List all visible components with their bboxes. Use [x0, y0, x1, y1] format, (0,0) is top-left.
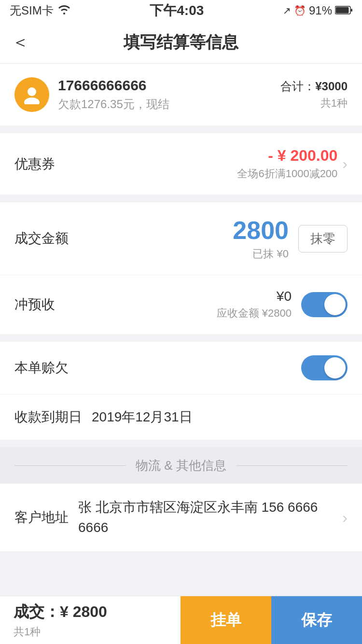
debit-row: 本单赊欠: [0, 342, 362, 394]
debit-label: 本单赊欠: [14, 359, 69, 377]
save-label: 保存: [301, 610, 332, 631]
footer: 成交：¥ 2800 共1种 挂单 保存: [0, 596, 362, 644]
address-arrow: ›: [342, 509, 348, 527]
svg-rect-1: [351, 9, 352, 12]
customer-phone: 17666666666: [58, 77, 169, 94]
status-left: 无SIM卡: [10, 3, 71, 18]
location-icon: ↗: [283, 5, 291, 16]
address-label: 客户地址: [14, 508, 69, 527]
status-bar: 无SIM卡 下午4:03 ↗ ⏰ 91%: [0, 0, 362, 21]
sim-label: 无SIM卡: [10, 3, 54, 18]
footer-info: 成交：¥ 2800 共1种: [0, 596, 181, 644]
customer-debt: 欠款1276.35元，现结: [58, 97, 169, 112]
prepay-amount: ¥0: [217, 289, 292, 304]
alarm-icon: ⏰: [294, 5, 306, 16]
save-button[interactable]: 保存: [271, 596, 362, 644]
coupon-arrow: ›: [342, 155, 348, 173]
prepay-row: 冲预收 ¥0 应收金额 ¥2800: [0, 275, 362, 334]
coupon-row[interactable]: 优惠券 - ¥ 200.00 全场6折满1000减200 ›: [0, 133, 362, 195]
address-row[interactable]: 客户地址 张 北京市市辖区海淀区永丰南 156 6666 6666 ›: [0, 484, 362, 551]
debit-toggle[interactable]: [301, 355, 348, 380]
status-right: ↗ ⏰ 91%: [283, 4, 352, 17]
coupon-desc: 全场6折满1000减200: [237, 167, 337, 181]
customer-left: 17666666666 欠款1276.35元，现结: [14, 77, 169, 112]
duedate-value: 2019年12月31日: [92, 408, 193, 426]
duedate-label: 收款到期日: [14, 408, 82, 426]
nav-title: 填写结算等信息: [124, 31, 238, 54]
amount-right: 2800 已抹 ¥0 抹零: [233, 216, 348, 261]
duedate-row: 收款到期日 2019年12月31日: [0, 394, 362, 440]
customer-right: 合计：¥3000 共1种: [280, 79, 348, 111]
customer-card: 17666666666 欠款1276.35元，现结 合计：¥3000 共1种: [0, 64, 362, 126]
svg-point-3: [28, 87, 36, 96]
prepay-toggle[interactable]: [301, 292, 348, 317]
divider-section: 物流 & 其他信息: [0, 448, 362, 484]
debit-section: 本单赊欠 收款到期日 2019年12月31日: [0, 342, 362, 440]
address-value: 张 北京市市辖区海淀区永丰南 156 6666 6666: [78, 497, 337, 538]
coupon-label: 优惠券: [14, 155, 55, 173]
battery-percent: 91%: [309, 4, 332, 17]
total-count: 共1种: [280, 96, 348, 111]
prepay-value-wrap: ¥0 应收金额 ¥2800: [217, 289, 292, 321]
amount-sub: 已抹 ¥0: [233, 247, 289, 261]
total-label-text: 合计：: [280, 80, 315, 93]
avatar: [14, 77, 49, 112]
prepay-label: 冲预收: [14, 295, 55, 314]
battery-icon: [335, 4, 352, 17]
svg-point-4: [24, 98, 40, 104]
svg-rect-2: [335, 7, 348, 14]
transaction-section: 成交金额 2800 已抹 ¥0 抹零 冲预收 ¥0 应收金额 ¥2800: [0, 202, 362, 334]
wifi-icon: [57, 4, 71, 17]
prepay-sub: 应收金额 ¥2800: [217, 306, 292, 321]
amount-value: 2800: [233, 216, 289, 245]
content: 17666666666 欠款1276.35元，现结 合计：¥3000 共1种 优…: [0, 64, 362, 644]
hang-button[interactable]: 挂单: [181, 596, 271, 644]
divider-line-right: [236, 465, 348, 466]
footer-trans-label: 成交：: [14, 603, 60, 620]
status-time: 下午4:03: [150, 1, 204, 20]
total-amount: ¥3000: [315, 80, 348, 93]
total-label: 合计：¥3000: [280, 79, 348, 94]
amount-row: 成交金额 2800 已抹 ¥0 抹零: [0, 202, 362, 275]
hang-label: 挂单: [210, 610, 241, 631]
prepay-right: ¥0 应收金额 ¥2800: [217, 289, 348, 321]
back-button[interactable]: ＜: [12, 30, 29, 54]
amount-label: 成交金额: [14, 229, 69, 248]
footer-amount: 成交：¥ 2800: [14, 602, 167, 623]
nav-bar: ＜ 填写结算等信息: [0, 21, 362, 64]
customer-info: 17666666666 欠款1276.35元，现结: [58, 77, 169, 112]
coupon-amount: - ¥ 200.00: [237, 147, 337, 165]
divider-line-left: [14, 465, 126, 466]
footer-trans-amount: ¥ 2800: [60, 603, 107, 620]
round-button[interactable]: 抹零: [298, 225, 348, 252]
footer-count: 共1种: [14, 625, 167, 639]
divider-text: 物流 & 其他信息: [136, 457, 226, 474]
